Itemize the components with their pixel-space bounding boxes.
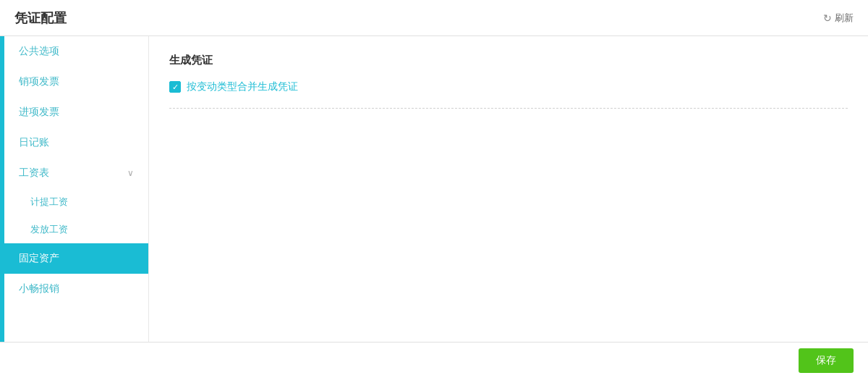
section-title: 生成凭证 xyxy=(169,54,848,67)
app-container: 凭证配置 ↻ 刷新 公共选项 销项发票 进项发票 日记账 工资表 ∨ xyxy=(0,0,868,378)
sidebar-label-sales-invoice: 销项发票 xyxy=(19,75,59,88)
merge-by-type-checkbox[interactable]: ✓ xyxy=(169,81,181,93)
sidebar-item-payroll-table[interactable]: 工资表 ∨ xyxy=(4,158,148,188)
sidebar-item-journal[interactable]: 日记账 xyxy=(4,127,148,158)
sidebar-label-expense-report: 小畅报销 xyxy=(19,282,59,295)
sidebar-item-sales-invoice[interactable]: 销项发票 xyxy=(4,67,148,97)
sidebar-item-expense-report[interactable]: 小畅报销 xyxy=(4,274,148,304)
sidebar-item-salary-payment[interactable]: 发放工资 xyxy=(4,216,148,243)
main-area: 公共选项 销项发票 进项发票 日记账 工资表 ∨ 计提工资 发放工资 固定资 xyxy=(0,36,868,342)
sidebar-item-purchase-invoice[interactable]: 进项发票 xyxy=(4,97,148,127)
sidebar-item-salary-provision[interactable]: 计提工资 xyxy=(4,188,148,216)
refresh-icon: ↻ xyxy=(823,12,832,24)
sidebar-item-public-options[interactable]: 公共选项 xyxy=(4,36,148,67)
check-icon: ✓ xyxy=(172,83,179,91)
sidebar-label-journal: 日记账 xyxy=(19,136,49,149)
sidebar-item-fixed-assets[interactable]: 固定资产 xyxy=(4,243,148,274)
footer: 保存 xyxy=(0,342,868,378)
section-divider xyxy=(169,108,848,109)
checkbox-row: ✓ 按变动类型合并生成凭证 xyxy=(169,80,848,93)
sidebar-label-fixed-assets: 固定资产 xyxy=(19,252,59,265)
sidebar-label-purchase-invoice: 进项发票 xyxy=(19,106,59,119)
header: 凭证配置 ↻ 刷新 xyxy=(0,0,868,36)
content-area: 生成凭证 ✓ 按变动类型合并生成凭证 xyxy=(149,36,868,342)
refresh-button[interactable]: ↻ 刷新 xyxy=(823,12,854,25)
refresh-label: 刷新 xyxy=(835,12,854,25)
save-button[interactable]: 保存 xyxy=(799,348,854,373)
sidebar: 公共选项 销项发票 进项发票 日记账 工资表 ∨ 计提工资 发放工资 固定资 xyxy=(4,36,149,342)
page-title: 凭证配置 xyxy=(14,9,67,27)
sidebar-label-payroll-table: 工资表 xyxy=(19,167,49,180)
sidebar-label-public-options: 公共选项 xyxy=(19,45,59,58)
chevron-down-icon: ∨ xyxy=(127,168,134,178)
checkbox-label: 按变动类型合并生成凭证 xyxy=(187,80,298,93)
sidebar-label-salary-payment: 发放工资 xyxy=(30,224,68,235)
sidebar-label-salary-provision: 计提工资 xyxy=(30,196,68,207)
